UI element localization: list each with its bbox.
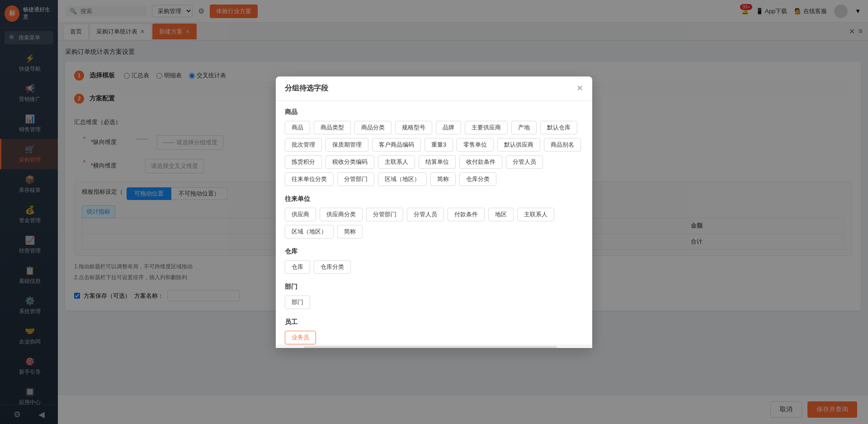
field-group: 商品商品商品类型商品分类规格型号品牌主要供应商产地默认仓库批次管理保质期管理客户… (285, 108, 583, 186)
field-item[interactable]: 商品 (285, 121, 310, 134)
modal-footer-scroll (276, 345, 592, 348)
field-items: 仓库仓库分类 (285, 260, 583, 274)
field-item[interactable]: 商品分类 (354, 121, 392, 134)
field-item[interactable]: 简称 (430, 172, 456, 186)
field-item[interactable]: 商品别名 (544, 138, 581, 152)
modal-body: 商品商品商品类型商品分类规格型号品牌主要供应商产地默认仓库批次管理保质期管理客户… (276, 101, 592, 345)
field-group-title: 仓库 (285, 248, 583, 256)
field-item[interactable]: 客户商品编码 (372, 138, 421, 152)
field-item[interactable]: 分管部门 (337, 172, 374, 186)
field-item[interactable]: 商品类型 (314, 121, 351, 134)
field-item[interactable]: 收付款条件 (459, 155, 502, 169)
field-group: 员工业务员 (285, 318, 583, 344)
field-item[interactable]: 业务员 (285, 331, 316, 344)
field-item[interactable]: 零售单位 (457, 138, 494, 152)
field-item[interactable]: 批次管理 (285, 138, 322, 152)
field-item[interactable]: 供应商分类 (320, 208, 363, 221)
modal-close-button[interactable]: ✕ (576, 84, 583, 92)
field-item[interactable]: 部门 (285, 295, 310, 309)
field-item[interactable]: 品牌 (436, 121, 461, 134)
field-item[interactable]: 结算单位 (419, 155, 456, 169)
field-item[interactable]: 重量3 (425, 138, 453, 152)
modal-dialog: 分组待选字段 ✕ 商品商品商品类型商品分类规格型号品牌主要供应商产地默认仓库批次… (276, 76, 592, 348)
field-item[interactable]: 地区 (488, 208, 514, 221)
field-item[interactable]: 默认供应商 (497, 138, 540, 152)
field-group-title: 员工 (285, 318, 583, 326)
field-group: 仓库仓库仓库分类 (285, 248, 583, 274)
field-item[interactable]: 仓库 (285, 260, 310, 274)
field-item[interactable]: 税收分类编码 (326, 155, 374, 169)
field-item[interactable]: 默认仓库 (540, 121, 577, 134)
field-item[interactable]: 区域（地区） (378, 172, 427, 186)
field-item[interactable]: 仓库分类 (314, 260, 351, 274)
field-item[interactable]: 主要供应商 (465, 121, 508, 134)
field-items: 业务员 (285, 331, 583, 344)
field-item[interactable]: 分管人员 (506, 155, 543, 169)
modal-overlay[interactable]: 分组待选字段 ✕ 商品商品商品类型商品分类规格型号品牌主要供应商产地默认仓库批次… (0, 0, 868, 424)
field-item[interactable]: 分管部门 (366, 208, 403, 221)
field-group: 部门部门 (285, 283, 583, 309)
field-item[interactable]: 供应商 (285, 208, 316, 221)
field-item[interactable]: 往来单位分类 (285, 172, 334, 186)
field-item[interactable]: 保质期管理 (326, 138, 368, 152)
field-item[interactable]: 产地 (511, 121, 537, 134)
field-items: 部门 (285, 295, 583, 309)
field-item[interactable]: 仓库分类 (459, 172, 496, 186)
modal-title: 分组待选字段 (285, 84, 328, 93)
hscroll-thumb[interactable] (304, 346, 557, 348)
modal-header: 分组待选字段 ✕ (276, 76, 592, 101)
field-group-title: 往来单位 (285, 195, 583, 203)
field-item[interactable]: 主联系人 (517, 208, 554, 221)
field-group-title: 部门 (285, 283, 583, 291)
field-items: 商品商品类型商品分类规格型号品牌主要供应商产地默认仓库批次管理保质期管理客户商品… (285, 121, 583, 186)
field-item[interactable]: 区域（地区） (285, 225, 334, 238)
field-item[interactable]: 规格型号 (395, 121, 432, 134)
field-group-title: 商品 (285, 108, 583, 116)
field-item[interactable]: 简称 (337, 225, 363, 238)
field-items: 供应商供应商分类分管部门分管人员付款条件地区主联系人区域（地区）简称 (285, 208, 583, 238)
field-group: 往来单位供应商供应商分类分管部门分管人员付款条件地区主联系人区域（地区）简称 (285, 195, 583, 238)
field-item[interactable]: 拣货积分 (285, 155, 322, 169)
field-item[interactable]: 主联系人 (378, 155, 415, 169)
field-item[interactable]: 分管人员 (407, 208, 444, 221)
field-item[interactable]: 付款条件 (448, 208, 485, 221)
